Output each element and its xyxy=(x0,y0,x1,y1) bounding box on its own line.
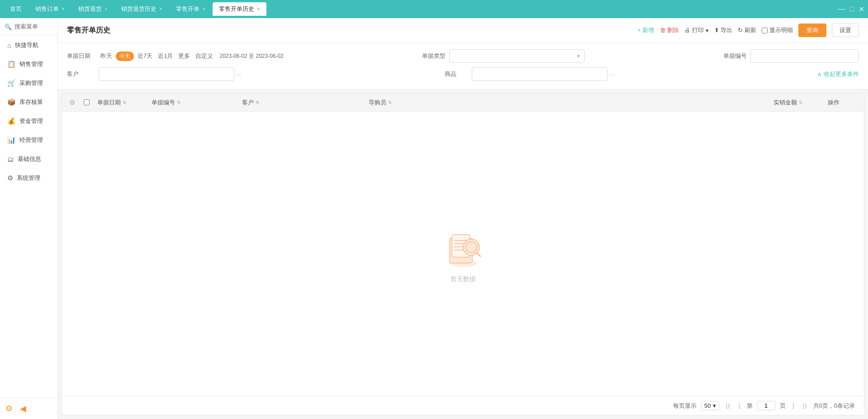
goods-label: 商品 xyxy=(445,70,472,78)
tab-home[interactable]: 首页 xyxy=(4,2,28,16)
collapse-more-btn[interactable]: ∧ 收起更多条件 xyxy=(817,70,859,78)
date-btn-more[interactable]: 更多 xyxy=(176,51,192,61)
tab-sales-return-history[interactable]: 销货退货历史 × xyxy=(115,2,169,16)
date-btn-custom[interactable]: 自定义 xyxy=(194,51,215,61)
print-button[interactable]: 🖨 打印 ▾ xyxy=(684,26,709,34)
page-total: 共0页，0条记录 xyxy=(813,402,855,410)
page-header: 零售开单历史 + 新增 🗑 删除 🖨 打印 ▾ ⬆ 导出 ↻ 刷新 显示明细 查… xyxy=(58,18,868,43)
sidebar: 🔍 搜索菜单 ⌂ 快捷导航 📋 销售管理 🛒 采购管理 📦 库存核算 💰 资金管… xyxy=(0,18,58,419)
filter-row-date: 单据日期 昨天 今天 近7天 近1月 更多 自定义 2023-06-02 至 2… xyxy=(67,49,859,63)
add-button[interactable]: + 新增 xyxy=(637,26,654,34)
tab-sales-order[interactable]: 销售订单 × xyxy=(29,2,71,16)
sidebar-item-quick-nav[interactable]: ⌂ 快捷导航 xyxy=(0,36,57,55)
goods-input[interactable] xyxy=(472,67,607,81)
sidebar-item-sys-mgmt[interactable]: ⚙ 系统管理 xyxy=(0,169,57,188)
tab-sales-return[interactable]: 销货退货 × xyxy=(72,2,114,16)
date-btn-7days[interactable]: 近7天 xyxy=(136,51,154,61)
maximize-button[interactable]: □ xyxy=(849,5,854,13)
main-layout: 🔍 搜索菜单 ⌂ 快捷导航 📋 销售管理 🛒 采购管理 📦 库存核算 💰 资金管… xyxy=(0,18,868,419)
close-button[interactable]: ✕ xyxy=(859,5,864,14)
sidebar-search[interactable]: 🔍 搜索菜单 xyxy=(0,18,57,36)
bill-num-label: 单据编号 xyxy=(723,52,750,60)
th-num: 单据编号 ⇅ xyxy=(148,99,238,107)
table-area: ⚙ 单据日期 ⇅ 单据编号 ⇅ 客户 ⇅ 导购员 xyxy=(62,93,864,415)
query-button[interactable]: 查询 xyxy=(798,24,826,37)
th-op: 操作 xyxy=(824,99,860,107)
bill-type-label: 单据类型 xyxy=(422,52,449,60)
bill-type-arrow-icon: ▾ xyxy=(577,53,580,59)
inventory-icon: 📦 xyxy=(7,98,16,106)
filter-row-customer: 客户 ··· 商品 ··· ∧ 收起更多条件 xyxy=(67,67,859,81)
sales-icon: 📋 xyxy=(7,60,16,68)
search-icon: 🔍 xyxy=(5,24,12,30)
customer-input[interactable] xyxy=(99,67,234,81)
sort-customer-icon[interactable]: ⇅ xyxy=(256,100,259,105)
sidebar-item-basic-info[interactable]: 🗂 基础信息 xyxy=(0,150,57,169)
home-icon: ⌂ xyxy=(7,42,11,49)
sort-guide-icon[interactable]: ⇅ xyxy=(388,100,392,105)
tab-close-sales-return-history[interactable]: × xyxy=(159,6,162,12)
window-controls: — □ ✕ xyxy=(838,5,864,14)
refresh-button[interactable]: ↻ 刷新 xyxy=(738,26,756,34)
page-unit: 页 xyxy=(780,402,786,410)
per-page-select[interactable]: 50 ▾ xyxy=(701,401,719,410)
th-settings-col: ⚙ xyxy=(66,99,80,107)
show-detail-checkbox[interactable]: 显示明细 xyxy=(762,26,793,34)
tab-retail-open-history[interactable]: 零售开单历史 × xyxy=(213,2,266,16)
tab-close-retail-open-history[interactable]: × xyxy=(257,6,260,12)
date-range-display: 2023-06-02 至 2023-06-02 xyxy=(219,52,283,60)
collapse-sidebar-button[interactable]: ◀ xyxy=(20,404,26,414)
page-title: 零售开单历史 xyxy=(67,26,110,41)
settings-bottom-icon[interactable]: ⚙ xyxy=(5,404,13,414)
delete-button[interactable]: 🗑 删除 xyxy=(660,26,679,34)
page-label: 第 xyxy=(747,402,753,410)
tab-close-sales-order[interactable]: × xyxy=(62,6,65,12)
finance-icon: 💰 xyxy=(7,117,16,125)
goods-dots[interactable]: ··· xyxy=(609,71,614,78)
customer-dots[interactable]: ··· xyxy=(236,71,241,78)
per-page-label: 每页显示 xyxy=(673,402,697,410)
sidebar-bottom: ⚙ ◀ xyxy=(0,398,57,419)
purchase-icon: 🛒 xyxy=(7,79,16,87)
date-label: 单据日期 xyxy=(67,52,99,60)
content-area: 零售开单历史 + 新增 🗑 删除 🖨 打印 ▾ ⬆ 导出 ↻ 刷新 显示明细 查… xyxy=(58,18,868,419)
tab-retail-open[interactable]: 零售开单 × xyxy=(170,2,212,16)
sidebar-item-purchase-mgmt[interactable]: 🛒 采购管理 xyxy=(0,74,57,93)
date-btn-yesterday[interactable]: 昨天 xyxy=(99,51,114,61)
filter-area: 单据日期 昨天 今天 近7天 近1月 更多 自定义 2023-06-02 至 2… xyxy=(58,43,868,89)
select-all-checkbox[interactable] xyxy=(84,99,90,105)
export-button[interactable]: ⬆ 导出 xyxy=(714,26,733,34)
basic-info-icon: 🗂 xyxy=(7,155,14,163)
show-detail-input[interactable] xyxy=(762,28,768,33)
column-settings-icon[interactable]: ⚙ xyxy=(69,99,75,107)
customer-label: 客户 xyxy=(67,70,99,78)
sidebar-item-operations[interactable]: 📊 经营管理 xyxy=(0,131,57,150)
prev-page-button[interactable]: ⟨ xyxy=(736,401,742,410)
first-page-button[interactable]: ⟨⟨ xyxy=(724,401,732,410)
sort-num-icon[interactable]: ⇅ xyxy=(177,100,180,105)
sidebar-item-inventory[interactable]: 📦 库存核算 xyxy=(0,93,57,112)
next-page-button[interactable]: ⟩ xyxy=(790,401,796,410)
minimize-button[interactable]: — xyxy=(838,5,845,13)
bill-num-input[interactable] xyxy=(750,49,859,63)
per-page-arrow-icon: ▾ xyxy=(713,402,716,409)
tab-close-sales-return[interactable]: × xyxy=(104,6,108,12)
sys-icon: ⚙ xyxy=(7,174,13,182)
tab-close-retail-open[interactable]: × xyxy=(202,6,205,12)
operations-icon: 📊 xyxy=(7,136,16,144)
date-btn-today[interactable]: 今天 xyxy=(116,52,134,61)
sidebar-item-finance[interactable]: 💰 资金管理 xyxy=(0,112,57,131)
collapse-arrow-icon: ∧ xyxy=(817,71,822,78)
empty-illustration xyxy=(441,225,486,270)
empty-area: 暂无数据 xyxy=(62,112,864,396)
sort-amount-icon[interactable]: ⇅ xyxy=(799,100,802,105)
date-btn-1month[interactable]: 近1月 xyxy=(156,51,175,61)
sort-date-icon[interactable]: ⇅ xyxy=(123,100,126,105)
bill-type-select[interactable]: ▾ xyxy=(449,49,585,63)
page-number-input[interactable] xyxy=(757,401,775,410)
last-page-button[interactable]: ⟩⟩ xyxy=(801,401,809,410)
sidebar-item-sales-mgmt[interactable]: 📋 销售管理 xyxy=(0,55,57,74)
th-checkbox xyxy=(80,99,94,105)
table-header: ⚙ 单据日期 ⇅ 单据编号 ⇅ 客户 ⇅ 导购员 xyxy=(62,94,864,112)
set-button[interactable]: 设置 xyxy=(832,24,859,37)
